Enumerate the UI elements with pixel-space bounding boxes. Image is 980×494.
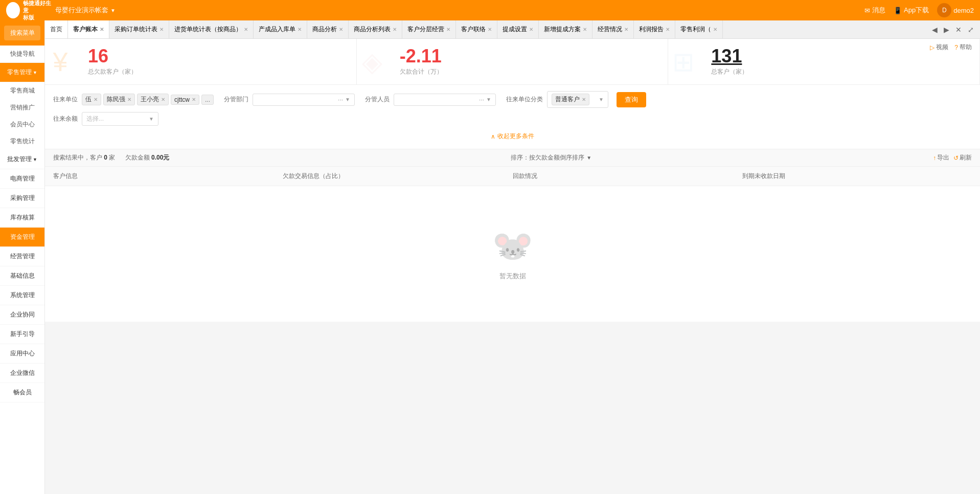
sidebar-item-enterprise[interactable]: 企业协同 — [0, 305, 44, 325]
tab-close-goods-analysis[interactable]: ✕ — [339, 27, 343, 32]
tab-close-business-status[interactable]: ✕ — [624, 27, 628, 32]
data-table: 客户信息 欠款交易信息（占比） 回款情况 到期未收款日期 🐭 暂无数据 — [45, 167, 980, 322]
filter-tag-unit-2[interactable]: 陈民强 ✕ — [103, 94, 135, 105]
sidebar-item-marketing[interactable]: 营销推广 — [0, 99, 44, 116]
tab-customer-contact[interactable]: 客户联络 ✕ — [456, 20, 497, 39]
sidebar-item-system[interactable]: 系统管理 — [0, 286, 44, 305]
empty-icon: 🐭 — [492, 227, 533, 265]
col-debt-info: 欠款交易信息（占比） — [283, 172, 512, 181]
avatar: D — [937, 3, 951, 17]
sidebar-item-member[interactable]: 会员中心 — [0, 116, 44, 133]
person-input[interactable] — [398, 96, 477, 103]
tab-business-status[interactable]: 经营情况 ✕ — [592, 20, 634, 39]
tab-close-new-promo[interactable]: ✕ — [583, 27, 587, 32]
tab-close-customer-seg[interactable]: ✕ — [446, 27, 450, 32]
dept-select[interactable]: ··· ▼ — [253, 94, 355, 106]
person-chevron-icon: ▼ — [486, 97, 491, 102]
balance-select[interactable]: 选择... ▼ — [82, 112, 158, 126]
message-button[interactable]: ✉ 消息 — [864, 6, 885, 15]
filter-tag-more[interactable]: ... — [201, 95, 214, 105]
sidebar-item-ecommerce[interactable]: 电商管理 — [0, 169, 44, 189]
stat-total-debtors: ¥ 16 总欠款客户（家） — [45, 39, 357, 84]
tab-new-promo[interactable]: 新增提成方案 ✕ — [539, 20, 592, 39]
tab-close-profit-report[interactable]: ✕ — [666, 27, 670, 32]
tag-close-4[interactable]: ✕ — [192, 97, 196, 102]
tab-goods-analysis-list[interactable]: 商品分析列表 ✕ — [349, 20, 402, 39]
refresh-icon: ↺ — [953, 154, 959, 162]
tab-close-retail-profit[interactable]: ✕ — [713, 27, 717, 32]
collapse-button[interactable]: ∧ 收起更多条件 — [53, 130, 972, 143]
sidebar-item-operations[interactable]: 经营管理 — [0, 247, 44, 266]
col-due-date: 到期未收款日期 — [742, 172, 972, 181]
sidebar-item-basic-info[interactable]: 基础信息 — [0, 266, 44, 286]
tab-next-button[interactable]: ▶ — [942, 25, 951, 35]
tab-close-cost-inbound[interactable]: ✕ — [298, 27, 302, 32]
tab-bar-actions: ◀ ▶ ✕ ⤢ — [926, 25, 980, 35]
stat-debtors-label: 总欠款客户（家） — [88, 68, 137, 76]
tab-close-inbound-stats[interactable]: ✕ — [244, 27, 248, 32]
sidebar-item-app-center[interactable]: 应用中心 — [0, 344, 44, 364]
tab-close-promo-settings[interactable]: ✕ — [529, 27, 533, 32]
quick-nav-button[interactable]: 快捷导航 — [0, 46, 44, 63]
refresh-button[interactable]: ↺ 刷新 — [953, 153, 972, 162]
tab-close-goods-analysis-list[interactable]: ✕ — [393, 27, 397, 32]
unit-type-tag-close[interactable]: ✕ — [582, 97, 586, 102]
sidebar-item-vip-member[interactable]: 畅会员 — [0, 383, 44, 402]
sidebar-item-finance[interactable]: 资金管理 — [0, 228, 44, 247]
tab-cost-inbound[interactable]: 产成品入库单 ✕ — [254, 20, 307, 39]
export-button[interactable]: ↑ 导出 — [933, 153, 949, 162]
org-selector[interactable]: 母婴行业演示帐套 ▼ — [55, 6, 116, 15]
tab-bar: 首页 客户账本 ✕ 采购订单统计表 ✕ 进货单统计表（按商品） ✕ 产成品入库单… — [45, 20, 980, 39]
filter-tag-unit-3[interactable]: 王小亮 ✕ — [137, 94, 169, 105]
video-button[interactable]: ▷ 视频 — [930, 43, 948, 52]
sidebar-item-enterprise-wechat[interactable]: 企业微信 — [0, 364, 44, 383]
filter-tag-unit-4[interactable]: cjttcw ✕ — [171, 95, 199, 105]
tab-promo-settings[interactable]: 提成设置 ✕ — [497, 20, 539, 39]
tab-close-accounts[interactable]: ✕ — [100, 27, 104, 32]
sidebar-item-wholesale[interactable]: 批发管理 ▼ — [0, 150, 44, 169]
tab-retail-profit[interactable]: 零售利润（ ✕ — [675, 20, 723, 39]
tab-prev-button[interactable]: ◀ — [930, 25, 940, 35]
tab-close-purchase-orders[interactable]: ✕ — [159, 27, 164, 32]
stat-customers-number[interactable]: 131 — [711, 47, 748, 65]
dept-filter-label: 分管部门 — [224, 95, 248, 104]
dept-input[interactable] — [257, 96, 336, 103]
unit-type-tag[interactable]: 普通客户 ✕ — [552, 94, 589, 105]
tab-goods-analysis[interactable]: 商品分析 ✕ — [307, 20, 349, 39]
balance-chevron-icon: ▼ — [149, 116, 154, 122]
tab-purchase-orders[interactable]: 采购订单统计表 ✕ — [109, 20, 169, 39]
table-empty-state: 🐭 暂无数据 — [45, 186, 980, 322]
unit-type-select[interactable]: 普通客户 ✕ ▼ — [547, 91, 608, 108]
app-download-button[interactable]: 📱 App下载 — [894, 6, 929, 15]
filter-tag-unit-1[interactable]: 伍 ✕ — [82, 94, 101, 105]
tab-customer-seg[interactable]: 客户分层经营 ✕ — [402, 20, 456, 39]
search-result-bar: 搜索结果中，客户 0 家 欠款金额 0.00元 排序：按欠款金额倒序排序 ▼ ↑ — [45, 149, 980, 167]
tab-inbound-stats[interactable]: 进货单统计表（按商品） ✕ — [169, 20, 254, 39]
user-menu[interactable]: D demo2 — [937, 3, 974, 17]
tab-home[interactable]: 首页 — [45, 20, 68, 39]
sidebar-item-retail[interactable]: 零售管理 ▼ — [0, 63, 44, 82]
tag-close-1[interactable]: ✕ — [94, 97, 98, 102]
page-content: ¥ 16 总欠款客户（家） ◈ -2.11 — [45, 39, 980, 494]
tab-close-customer-contact[interactable]: ✕ — [488, 27, 492, 32]
sidebar-item-retail-mall[interactable]: 零售商城 — [0, 82, 44, 99]
search-menu-button[interactable]: 搜索菜单 — [4, 26, 40, 40]
tab-close-all-button[interactable]: ✕ — [953, 25, 964, 35]
sidebar-item-retail-stats[interactable]: 零售统计 — [0, 133, 44, 150]
tab-accounts[interactable]: 客户账本 ✕ — [68, 20, 109, 39]
content-area: 首页 客户账本 ✕ 采购订单统计表 ✕ 进货单统计表（按商品） ✕ 产成品入库单… — [45, 20, 980, 494]
tab-expand-button[interactable]: ⤢ — [966, 25, 976, 35]
stat-debt-number: -2.11 — [400, 47, 443, 65]
sidebar-item-new-guide[interactable]: 新手引导 — [0, 325, 44, 344]
tab-profit-report[interactable]: 利润报告 ✕ — [634, 20, 675, 39]
top-bar: ¥ 畅捷通好生意 标版 母婴行业演示帐套 ▼ ✉ 消息 📱 App下载 D de… — [0, 0, 980, 20]
sidebar-item-purchase[interactable]: 采购管理 — [0, 189, 44, 208]
sort-area: 排序：按欠款金额倒序排序 ▼ — [511, 153, 591, 162]
person-select[interactable]: ··· ▼ — [394, 94, 496, 106]
tag-close-2[interactable]: ✕ — [127, 97, 131, 102]
help-button[interactable]: ? 帮助 — [954, 43, 972, 52]
action-buttons: ↑ 导出 ↺ 刷新 — [933, 153, 972, 162]
tag-close-3[interactable]: ✕ — [161, 97, 165, 102]
query-button[interactable]: 查询 — [617, 92, 646, 107]
sidebar-item-inventory[interactable]: 库存核算 — [0, 208, 44, 228]
